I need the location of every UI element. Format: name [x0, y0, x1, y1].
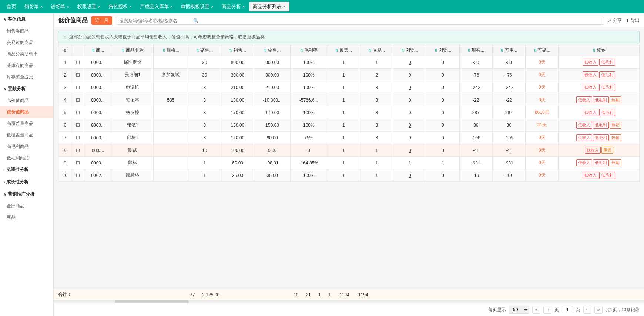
- nav-close-icon[interactable]: ×: [211, 4, 213, 9]
- row-checkbox[interactable]: ☐: [72, 144, 84, 157]
- scrollbar-thumb[interactable]: [115, 300, 189, 303]
- sidebar-group-流通性分析[interactable]: › 流通性分析: [0, 164, 53, 176]
- col-header-sellable[interactable]: ⇅ 可销...: [526, 45, 559, 56]
- tag-热销: 热销: [610, 122, 621, 129]
- nav-item-权限设置[interactable]: 权限设置 ×: [74, 2, 104, 11]
- nav-close-icon[interactable]: ×: [242, 4, 245, 9]
- col-header-gross_margin[interactable]: ⇅ 毛利率: [291, 45, 327, 56]
- sidebar-item-销售类商品[interactable]: 销售类商品: [0, 26, 53, 37]
- col-header-name[interactable]: ⇅ 商品名称: [112, 45, 153, 56]
- first-page-button[interactable]: «: [532, 306, 540, 314]
- col-header-sales_qty[interactable]: ⇅ 销售...: [188, 45, 221, 56]
- nav-close-icon[interactable]: ×: [283, 4, 285, 9]
- sort-icon-name[interactable]: ⇅: [122, 48, 125, 52]
- col-header-spec[interactable]: ⇅ 规格...: [153, 45, 188, 56]
- sort-icon-views1[interactable]: ⇅: [401, 48, 404, 52]
- sort-icon-sales_amount[interactable]: ⇅: [229, 48, 232, 52]
- sort-icon-tags[interactable]: ⇅: [593, 48, 596, 52]
- nav-close-icon[interactable]: ×: [129, 4, 131, 9]
- row-checkbox[interactable]: ☐: [72, 106, 84, 119]
- sort-icon-spec[interactable]: ⇅: [162, 48, 165, 52]
- nav-item-销货单[interactable]: 销货单 ×: [21, 2, 46, 11]
- row-name: 铅笔1: [112, 119, 153, 132]
- sort-icon-views2[interactable]: ⇅: [435, 48, 437, 52]
- sidebar-item-低覆盖量商品[interactable]: 低覆盖量商品: [0, 129, 53, 141]
- row-checkbox[interactable]: ☐: [72, 119, 84, 132]
- sidebar-item-高价值商品[interactable]: 高价值商品: [0, 95, 53, 106]
- col-header-sales_amount[interactable]: ⇅ 销售...: [221, 45, 254, 56]
- sidebar-group-成长性分析[interactable]: › 成长性分析: [0, 176, 53, 188]
- row-code: 0000...: [84, 94, 112, 106]
- page-label-end: 页: [576, 307, 580, 313]
- row-checkbox[interactable]: ☐: [72, 56, 84, 69]
- search-input[interactable]: [119, 18, 193, 23]
- nav-close-icon[interactable]: ×: [67, 4, 69, 9]
- col-header-sales_price[interactable]: ⇅ 销售...: [254, 45, 291, 56]
- nav-item-进货单[interactable]: 进货单 ×: [47, 2, 73, 11]
- row-checkbox[interactable]: ☐: [72, 169, 84, 182]
- sidebar-item-高覆盖量商品[interactable]: 高覆盖量商品: [0, 118, 53, 129]
- export-icon: ⬆: [625, 18, 629, 23]
- tag-低毛利: 低毛利: [599, 109, 615, 116]
- share-button[interactable]: ↗ 分享: [608, 17, 622, 24]
- prev-page-button[interactable]: 〈: [543, 306, 551, 314]
- col-header-transaction[interactable]: ⇅ 交易...: [360, 45, 393, 56]
- sort-icon-transaction[interactable]: ⇅: [368, 48, 371, 52]
- table-area[interactable]: ⚙⇅ 商...⇅ 商品名称⇅ 规格...⇅ 销售...⇅ 销售...⇅ 销售..…: [54, 45, 644, 289]
- sidebar-item-高毛利商品[interactable]: 高毛利商品: [0, 141, 53, 152]
- filter-button[interactable]: 近一月: [91, 16, 112, 25]
- col-header-views2[interactable]: ⇅ 浏览...: [426, 45, 459, 56]
- col-header-code[interactable]: ⇅ 商...: [84, 45, 112, 56]
- sort-icon-sellable[interactable]: ⇅: [534, 48, 537, 52]
- nav-item-产成品入库单[interactable]: 产成品入库单 ×: [136, 2, 176, 11]
- total-label: 共1页，10条记录: [606, 307, 640, 313]
- col-header-current_stock[interactable]: ⇅ 现有...: [459, 45, 492, 56]
- row-checkbox[interactable]: ☐: [72, 69, 84, 81]
- last-page-button[interactable]: »: [594, 306, 603, 314]
- sort-icon-code[interactable]: ⇅: [92, 48, 95, 52]
- sidebar-item-滞库存的商品[interactable]: 滞库存的商品: [0, 60, 53, 71]
- sidebar-group-整体信息[interactable]: ∨ 整体信息: [0, 13, 53, 26]
- row-current-stock: -30: [459, 56, 492, 69]
- per-page-select[interactable]: 50 100 200: [509, 306, 529, 314]
- col-header-coverage[interactable]: ⇅ 覆盖...: [327, 45, 360, 56]
- sidebar-item-全部商品[interactable]: 全部商品: [0, 200, 53, 212]
- row-checkbox[interactable]: ☐: [72, 157, 84, 169]
- sort-icon-available[interactable]: ⇅: [500, 48, 503, 52]
- row-sales-qty: 3: [188, 94, 221, 106]
- nav-close-icon[interactable]: ×: [170, 4, 172, 9]
- nav-item-单据模板设置[interactable]: 单据模板设置 ×: [177, 2, 217, 11]
- nav-close-icon[interactable]: ×: [98, 4, 100, 9]
- nav-item-首页[interactable]: 首页: [3, 2, 20, 11]
- sidebar-item-商品分类助销率[interactable]: 商品分类助销率: [0, 48, 53, 60]
- sort-icon-coverage[interactable]: ⇅: [335, 48, 338, 52]
- sidebar-item-库存资金占用[interactable]: 库存资金占用: [0, 71, 53, 83]
- sort-icon-current_stock[interactable]: ⇅: [467, 48, 470, 52]
- sidebar-group-贡献分析[interactable]: ∨ 贡献分析: [0, 83, 53, 95]
- nav-item-商品分析列表[interactable]: 商品分析列表 ×: [249, 2, 289, 11]
- scrollbar-area[interactable]: [54, 300, 644, 303]
- row-code: 0000...: [84, 69, 112, 81]
- sort-icon-sales_price[interactable]: ⇅: [264, 48, 267, 52]
- nav-close-icon[interactable]: ×: [40, 4, 43, 9]
- col-header-available[interactable]: ⇅ 可用...: [492, 45, 525, 56]
- row-name: 鼠标垫: [112, 169, 153, 182]
- sidebar-item-新品[interactable]: 新品: [0, 212, 53, 223]
- sidebar-item-低价值商品[interactable]: 低价值商品: [0, 106, 53, 118]
- row-checkbox[interactable]: ☐: [72, 132, 84, 144]
- search-icon[interactable]: 🔍: [193, 18, 199, 23]
- sort-icon-sales_qty[interactable]: ⇅: [196, 48, 199, 52]
- nav-item-角色授权[interactable]: 角色授权 ×: [105, 2, 135, 11]
- sort-icon-gross_margin[interactable]: ⇅: [300, 48, 303, 52]
- col-header-tags[interactable]: ⇅ 标签: [559, 45, 640, 56]
- sidebar-group-营销推广分析[interactable]: ∨ 营销推广分析: [0, 188, 53, 200]
- row-checkbox[interactable]: ☐: [72, 81, 84, 94]
- next-page-button[interactable]: 〉: [583, 306, 591, 314]
- sidebar-item-交易过的商品[interactable]: 交易过的商品: [0, 37, 53, 48]
- export-button[interactable]: ⬆ 导出: [625, 17, 640, 24]
- col-header-views1[interactable]: ⇅ 浏览...: [393, 45, 426, 56]
- row-checkbox[interactable]: ☐: [72, 94, 84, 106]
- sidebar-item-低毛利商品[interactable]: 低毛利商品: [0, 152, 53, 164]
- nav-item-商品分析[interactable]: 商品分析 ×: [218, 2, 248, 11]
- page-number-input[interactable]: [562, 306, 573, 313]
